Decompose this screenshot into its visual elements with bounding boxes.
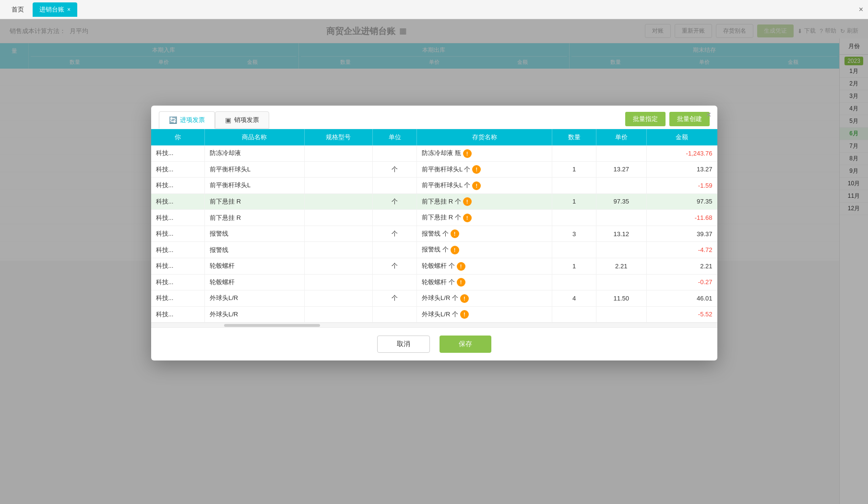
th-product-name: 商品名称 [205,129,305,145]
cell-10-3 [373,306,417,323]
table-row: 科技...报警线个报警线 个!313.1239.37 [151,226,717,242]
table-row: 科技...前平衡杆球头L前平衡杆球头L 个!-1.59 [151,178,717,194]
cell-9-1: 外球头L/R [205,290,305,307]
cell-9-6: 11.50 [596,290,646,307]
cell-2-0: 科技... [151,178,205,194]
table-row: 科技...防冻冷却液防冻冷却液 瓶!-1,243.76 [151,145,717,161]
cell-2-1: 前平衡杆球头L [205,178,305,194]
cell-5-2 [304,226,373,242]
main-area: 销售成本计算方法： 月平均 商贸企业进销台账 ▦ 对账 重新开账 存货别名 生成… [0,19,868,504]
cell-6-5 [552,242,596,258]
cell-2-5 [552,178,596,194]
th-spec: 规格型号 [304,129,373,145]
purchase-tab-icon: 🔄 [169,116,177,124]
cell-10-1: 外球头L/R [205,306,305,323]
cell-7-2 [304,258,373,274]
cell-3-7: 97.35 [646,193,717,210]
cell-6-1: 报警线 [205,242,305,258]
cell-6-4: 报警线 个! [417,242,552,258]
cell-4-7: -11.68 [646,210,717,226]
cell-8-4: 轮毂螺杆 个! [417,274,552,290]
table-row: 科技...外球头L/R个外球头L/R 个!411.5046.01 [151,290,717,307]
table-row: 科技...前下悬挂 R个前下悬挂 R 个!197.3597.35 [151,193,717,210]
cell-2-4: 前平衡杆球头L 个! [417,178,552,194]
cell-5-3: 个 [373,226,417,242]
warning-icon: ! [457,278,465,287]
tab-sales-invoice[interactable]: ▣ 销项发票 [215,111,269,129]
cell-2-7: -1.59 [646,178,717,194]
tab-close-icon[interactable]: × [67,6,71,13]
window-close-button[interactable]: × [859,5,863,14]
cancel-button[interactable]: 取消 [377,336,430,353]
th-unit: 单位 [373,129,417,145]
cell-10-2 [304,306,373,323]
cell-5-1: 报警线 [205,226,305,242]
cell-5-0: 科技... [151,226,205,242]
cell-4-3 [373,210,417,226]
th-unit-price: 单价 [596,129,646,145]
cell-8-6 [596,274,646,290]
purchase-tab-label: 进项发票 [180,116,205,124]
cell-7-4: 轮毂螺杆 个! [417,258,552,274]
cell-0-4: 防冻冷却液 瓶! [417,145,552,161]
cell-6-3 [373,242,417,258]
table-row: 科技...报警线报警线 个!-4.72 [151,242,717,258]
cell-10-5 [552,306,596,323]
sales-tab-icon: ▣ [225,116,231,124]
cell-5-5: 3 [552,226,596,242]
cell-3-0: 科技... [151,193,205,210]
active-tab-label: 进销台账 [39,5,64,14]
th-quantity: 数量 [552,129,596,145]
cell-9-4: 外球头L/R 个! [417,290,552,307]
modal-dialog: 🔄 进项发票 ▣ 销项发票 批量指定 批量创建 × [151,106,717,360]
warning-icon: ! [463,214,472,222]
cell-3-4: 前下悬挂 R 个! [417,193,552,210]
cell-7-3: 个 [373,258,417,274]
modal-tabs: 🔄 进项发票 ▣ 销项发票 [159,111,625,129]
warning-icon: ! [451,246,459,254]
cell-8-1: 轮毂螺杆 [205,274,305,290]
cell-6-6 [596,242,646,258]
th-amount: 金额 [646,129,717,145]
top-bar: 首页 进销台账 × × [0,0,868,19]
cell-0-7: -1,243.76 [646,145,717,161]
cell-3-5: 1 [552,193,596,210]
table-row: 科技...外球头L/R外球头L/R 个!-5.52 [151,306,717,323]
cell-8-2 [304,274,373,290]
batch-assign-button[interactable]: 批量指定 [625,112,666,126]
cell-0-5 [552,145,596,161]
modal-scrollbar[interactable] [151,323,717,327]
cell-10-0: 科技... [151,306,205,323]
cell-5-7: 39.37 [646,226,717,242]
modal-table-wrapper[interactable]: 你 商品名称 规格型号 单位 存货名称 数量 单价 金额 科技...防冻冷却液防… [151,129,717,323]
cell-5-4: 报警线 个! [417,226,552,242]
cell-7-7: 2.21 [646,258,717,274]
warning-icon: ! [472,165,481,174]
save-button[interactable]: 保存 [440,336,491,353]
cell-2-3 [373,178,417,194]
table-row: 科技...轮毂螺杆个轮毂螺杆 个!12.212.21 [151,258,717,274]
table-row: 科技...轮毂螺杆轮毂螺杆 个!-0.27 [151,274,717,290]
cell-4-5 [552,210,596,226]
cell-10-6 [596,306,646,323]
cell-6-7: -4.72 [646,242,717,258]
cell-7-0: 科技... [151,258,205,274]
cell-9-2 [304,290,373,307]
cell-7-5: 1 [552,258,596,274]
cell-0-2 [304,145,373,161]
cell-3-1: 前下悬挂 R [205,193,305,210]
warning-icon: ! [451,229,459,238]
modal-close-button[interactable]: × [706,110,712,119]
cell-1-7: 13.27 [646,161,717,178]
warning-icon: ! [463,197,472,206]
warning-icon: ! [463,149,472,158]
th-company: 你 [151,129,205,145]
tab-home[interactable]: 首页 [5,2,31,17]
modal-scrollbar-thumb[interactable] [224,324,320,327]
tab-purchase-invoice[interactable]: 🔄 进项发票 [159,111,215,129]
tab-active[interactable]: 进销台账 × [33,2,77,17]
cell-6-2 [304,242,373,258]
batch-create-button[interactable]: 批量创建 [669,112,710,126]
cell-0-0: 科技... [151,145,205,161]
cell-1-1: 前平衡杆球头L [205,161,305,178]
